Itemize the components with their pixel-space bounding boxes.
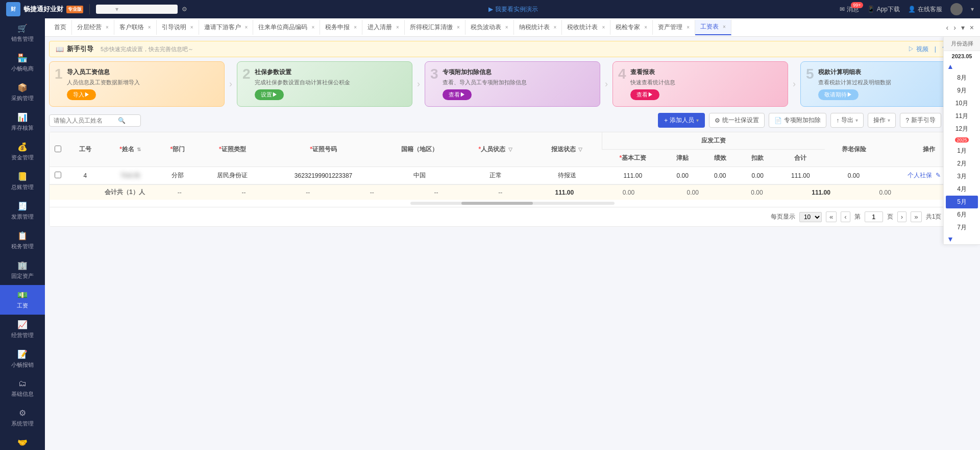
scroll-track[interactable] [410, 202, 615, 205]
online-service-button[interactable]: 👤 在线客服 [908, 5, 942, 14]
sidebar-item-coop[interactable]: 🤝 企业协同 [0, 433, 45, 450]
tab-tax-expert[interactable]: 税检专家 × [610, 20, 653, 35]
status-filter-icon[interactable]: ▽ [508, 147, 512, 152]
sidebar-item-report[interactable]: 📝 小畅报销 [0, 344, 45, 374]
tab-tax-relief[interactable]: 税负波动表 × [465, 20, 514, 35]
guide-button[interactable]: ? 新手引导 [900, 113, 941, 128]
month-10[interactable]: 10月 [944, 97, 980, 110]
tab-asset-mgmt[interactable]: 资产管理 × [653, 20, 695, 35]
tab-guide-close[interactable]: × [190, 25, 193, 30]
add-person-button[interactable]: + 添加人员 ▾ [658, 113, 705, 128]
tab-tax-report[interactable]: 税务申报 × [320, 20, 362, 35]
search-input[interactable] [54, 117, 115, 124]
scroll-thumb[interactable] [461, 202, 533, 205]
month-next-button[interactable]: ▼ [947, 235, 954, 243]
tab-guide[interactable]: 引导说明 × [157, 20, 199, 35]
step-4-button[interactable]: 查看▶ [630, 89, 659, 100]
sidebar-item-operations[interactable]: 📈 经营管理 [0, 315, 45, 344]
prev-page-button[interactable]: ‹ [841, 211, 850, 222]
app-download-button[interactable]: 📱 App下载 [867, 5, 900, 14]
sidebar-item-assets[interactable]: 🏢 固定资产 [0, 255, 45, 285]
tab-prev-button[interactable]: ‹ [944, 22, 950, 33]
user-avatar[interactable] [950, 3, 963, 15]
search-icon[interactable]: 🔍 [118, 117, 126, 124]
sidebar-item-ecommerce[interactable]: 🏪 小畅电商 [0, 48, 45, 78]
tab-invite-close[interactable]: × [245, 25, 248, 30]
sidebar-item-invoice[interactable]: 🧾 发票管理 [0, 196, 45, 226]
report-filter-icon[interactable]: ▽ [578, 147, 582, 152]
tab-tax-calc-close[interactable]: × [457, 25, 460, 30]
month-4[interactable]: 4月 [944, 183, 980, 196]
tab-tax-expert-close[interactable]: × [644, 25, 647, 30]
sidebar-item-sales[interactable]: 🛒 销售管理 [0, 18, 45, 48]
row-checkbox[interactable] [55, 172, 61, 178]
tab-payroll-table[interactable]: 工资表 × [695, 19, 731, 35]
step-5-button[interactable]: 敬请期待▶ [818, 89, 859, 100]
month-6[interactable]: 6月 [944, 208, 980, 221]
personal-insurance-link[interactable]: 个人社保 [908, 172, 932, 179]
step-2-button[interactable]: 设置▶ [255, 89, 284, 100]
sidebar-item-payroll[interactable]: 💵 工资 [0, 285, 45, 315]
tab-menu-button[interactable]: ▾ [959, 22, 967, 33]
special-deduction-button[interactable]: 📄 专项附加扣除 [769, 113, 826, 128]
action-button[interactable]: 操作 ▾ [868, 113, 896, 128]
tab-product-code-close[interactable]: × [311, 25, 314, 30]
tab-home[interactable]: 首页 [49, 20, 72, 35]
tab-next-button[interactable]: › [951, 22, 958, 33]
edit-link[interactable]: ✎ [936, 172, 941, 179]
month-3[interactable]: 3月 [944, 170, 980, 183]
demo-text[interactable]: 我要看实例演示 [495, 5, 538, 14]
tab-close-all-button[interactable]: × [968, 22, 976, 33]
tab-tax-stats2[interactable]: 税收统计表 × [562, 20, 610, 35]
sidebar-item-system[interactable]: ⚙ 系统管理 [0, 403, 45, 433]
month-12[interactable]: 12月 [944, 123, 980, 135]
settings-gear-icon[interactable]: ⚙ [182, 6, 187, 13]
sidebar-item-inventory[interactable]: 📊 库存核算 [0, 107, 45, 137]
next-page-button[interactable]: › [897, 211, 906, 222]
message-button[interactable]: ✉ 消息 99+ [840, 5, 859, 14]
tab-invite[interactable]: 邀请下游客户 × [199, 20, 254, 35]
first-page-button[interactable]: « [826, 211, 837, 222]
tab-product-code[interactable]: 往来单位商品编码 × [253, 20, 320, 35]
tab-tax-report-close[interactable]: × [354, 25, 357, 30]
month-5[interactable]: 5月 [946, 196, 978, 208]
tab-payroll-table-close[interactable]: × [723, 24, 726, 30]
step-3-button[interactable]: 查看▶ [443, 89, 472, 100]
tab-tax-relief-close[interactable]: × [505, 25, 508, 30]
user-menu-icon[interactable]: ▾ [971, 6, 974, 13]
sidebar-item-capital[interactable]: 💰 资金管理 [0, 137, 45, 167]
sidebar-item-tax[interactable]: 📋 税务管理 [0, 226, 45, 255]
sidebar-item-ledger[interactable]: 📒 总账管理 [0, 167, 45, 196]
tab-tax-stats-close[interactable]: × [554, 25, 557, 30]
tab-asset-mgmt-close[interactable]: × [687, 25, 690, 30]
month-11[interactable]: 11月 [944, 110, 980, 123]
month-7[interactable]: 7月 [944, 221, 980, 234]
last-page-button[interactable]: » [911, 211, 921, 222]
tab-customer-close[interactable]: × [148, 25, 151, 30]
workspace-dropdown-icon[interactable]: ▾ [115, 6, 118, 13]
month-2[interactable]: 2月 [944, 157, 980, 170]
page-input[interactable] [865, 211, 883, 222]
guide-subtitle-text: 5步快速完成设置，快去完善信息吧～ [101, 45, 193, 53]
month-prev-button[interactable]: ▲ [947, 62, 954, 70]
sidebar-item-purchase[interactable]: 📦 采购管理 [0, 78, 45, 107]
month-8[interactable]: 8月 [944, 72, 980, 84]
tab-tax-calc[interactable]: 所得税汇算清缴 × [405, 20, 465, 35]
name-sort-icon[interactable]: ⇅ [137, 147, 141, 152]
tab-clear-close[interactable]: × [396, 25, 399, 30]
tab-partition[interactable]: 分层经营 × [72, 20, 114, 35]
tab-tax-stats[interactable]: 纳税统计表 × [514, 20, 562, 35]
month-1[interactable]: 1月 [944, 145, 980, 157]
social-insurance-button[interactable]: ⚙ 统一社保设置 [709, 113, 765, 128]
step-1-button[interactable]: 导入▶ [67, 89, 96, 100]
tab-customer[interactable]: 客户联络 × [114, 20, 157, 35]
per-page-select[interactable]: 10 20 50 [799, 212, 822, 222]
guide-video-link[interactable]: ▷ 视频 [908, 45, 928, 54]
export-button[interactable]: ↑ 导出 ▾ [830, 113, 864, 128]
sidebar-item-basic[interactable]: 🗂 基础信息 [0, 374, 45, 403]
tab-partition-close[interactable]: × [106, 25, 109, 30]
tab-clear[interactable]: 进入清册 × [362, 20, 405, 35]
select-all-checkbox[interactable] [55, 146, 61, 152]
tab-tax-stats2-close[interactable]: × [602, 25, 605, 30]
month-9[interactable]: 9月 [944, 84, 980, 97]
